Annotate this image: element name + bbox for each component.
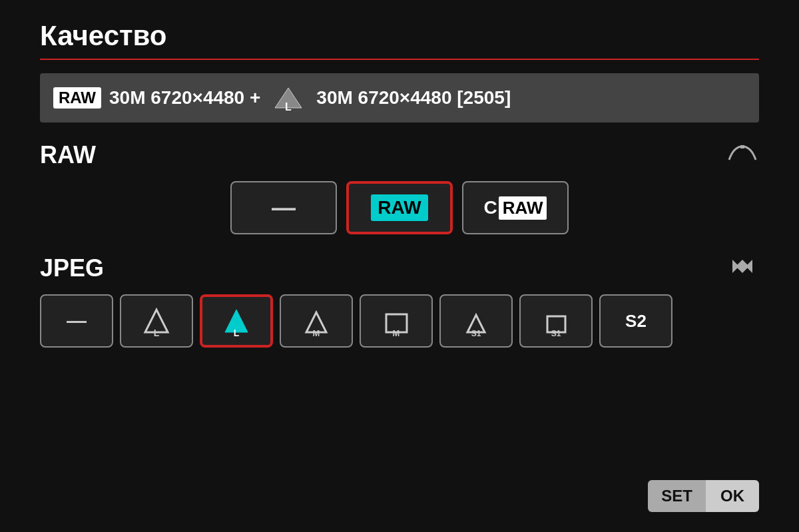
dial-icon [726, 143, 759, 168]
raw-badge: RAW [53, 87, 101, 109]
arrows-icon [726, 256, 759, 281]
raw-label: RAW [40, 141, 96, 169]
set-button[interactable]: SET [648, 480, 706, 512]
raw-none-button[interactable]: — [230, 181, 337, 234]
raw-craw-button[interactable]: CRAW [462, 181, 569, 234]
svg-text:M: M [392, 328, 400, 338]
jpeg-l-icon-small: L [268, 81, 308, 115]
jpeg-fine-s1-button[interactable]: S1 [439, 294, 513, 348]
raw-none-label: — [272, 194, 296, 222]
fine-m-icon: M [298, 304, 335, 338]
svg-text:M: M [312, 328, 320, 338]
jpeg-norm-m-button[interactable]: M [360, 294, 433, 348]
raw-craw-label: CRAW [484, 196, 547, 220]
page-title: Качество [40, 20, 759, 52]
info-text2: 30M 6720×4480 [2505] [316, 87, 511, 109]
title-divider [40, 59, 759, 60]
svg-marker-6 [732, 260, 739, 273]
jpeg-fine-l-selected-button[interactable]: L [200, 294, 273, 348]
info-text: 30M 6720×4480 + [109, 87, 260, 109]
raw-raw-button[interactable]: RAW [346, 181, 453, 234]
norm-m-icon: M [378, 304, 415, 338]
jpeg-s2-label: S2 [625, 311, 647, 332]
jpeg-fine-m-button[interactable]: M [280, 294, 353, 348]
fine-l-selected-icon: L [218, 304, 255, 338]
svg-text:S1: S1 [551, 329, 561, 338]
svg-text:S1: S1 [471, 329, 481, 338]
svg-text:L: L [233, 328, 239, 338]
jpeg-none-button[interactable]: — [40, 294, 113, 348]
footer-buttons: SET OK [648, 480, 759, 512]
raw-raw-label: RAW [371, 194, 427, 221]
jpeg-section: JPEG — L [40, 254, 759, 348]
fine-l-icon: L [138, 304, 175, 338]
fine-s1-icon: S1 [458, 304, 495, 338]
raw-section-header: RAW [40, 141, 759, 169]
jpeg-buttons-row: — L L M [40, 294, 759, 348]
info-bar: RAW 30M 6720×4480 + L 30M 6720×4480 [250… [40, 73, 759, 123]
jpeg-label: JPEG [40, 254, 104, 282]
svg-rect-2 [740, 145, 744, 148]
svg-marker-7 [746, 260, 752, 273]
norm-s1-icon: S1 [538, 304, 575, 338]
svg-text:L: L [153, 328, 159, 338]
jpeg-none-label: — [67, 310, 87, 332]
jpeg-norm-s1-button[interactable]: S1 [519, 294, 593, 348]
svg-text:L: L [285, 101, 292, 113]
raw-buttons-row: — RAW CRAW [40, 181, 759, 234]
ok-button[interactable]: OK [706, 480, 759, 512]
jpeg-section-header: JPEG [40, 254, 759, 282]
jpeg-s2-button[interactable]: S2 [599, 294, 672, 348]
jpeg-fine-l-button[interactable]: L [120, 294, 193, 348]
camera-quality-screen: Качество RAW 30M 6720×4480 + L 30M 6720×… [0, 0, 799, 532]
